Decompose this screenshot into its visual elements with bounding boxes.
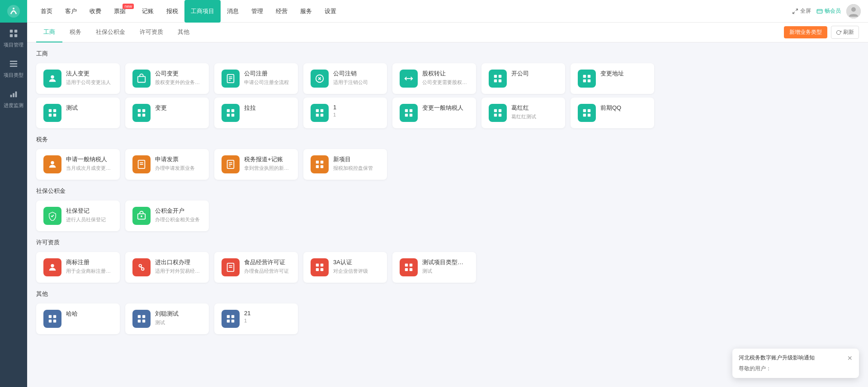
biz-card-x1[interactable]: 商标注册 用于企业商标注册服务 [36, 252, 120, 283]
biz-card-c8[interactable]: 测试 [36, 98, 120, 128]
nav-message[interactable]: 消息 [221, 0, 245, 23]
nav-management[interactable]: 管理 [245, 0, 269, 23]
biz-card-x3[interactable]: 食品经营许可证 办理食品经营许可证 [214, 252, 298, 283]
nav-bizproject[interactable]: 工商项目 [184, 0, 221, 23]
biz-card-o3[interactable]: 21 1 [214, 303, 298, 334]
section-title-shuiwu: 税务 [36, 135, 859, 144]
svg-point-78 [51, 264, 54, 267]
svg-rect-40 [138, 109, 141, 112]
biz-desc-x3: 办理食品经营许可证 [244, 268, 291, 275]
sidebar-item-project-type[interactable]: 项目类型 [0, 53, 27, 83]
svg-rect-10 [13, 93, 14, 97]
biz-card-c14[interactable]: 前期QQ [571, 98, 654, 128]
sidebar-logo[interactable] [0, 0, 27, 23]
biz-name-c5: 股权转让 [422, 70, 469, 78]
nav-settings[interactable]: 设置 [318, 0, 343, 23]
user-avatar[interactable] [846, 4, 861, 19]
tab-bar: 工商 税务 社保公积金 许可资质 其他 新增业务类型 刷新 [27, 23, 868, 42]
svg-rect-36 [49, 109, 52, 112]
biz-card-c5[interactable]: 股权转让 公司变更需要股权转让 [392, 63, 476, 94]
biz-icon-c9 [132, 104, 151, 122]
biz-card-o1[interactable]: 哈哈 [36, 303, 120, 334]
biz-card-c10[interactable]: 拉拉 [214, 98, 298, 128]
biz-card-t2[interactable]: 申请发票 办理申请发票业务 [125, 149, 209, 180]
nav-billing[interactable]: 收费 [83, 0, 108, 23]
biz-name-o3: 21 [244, 310, 291, 317]
biz-icon-c1 [43, 70, 61, 88]
biz-card-x2[interactable]: 进出口权办理 适用于对外贸易经营者 [125, 252, 209, 283]
biz-desc-c3: 申请公司注册全流程 [244, 79, 291, 86]
svg-rect-3 [14, 30, 17, 33]
biz-card-t4[interactable]: 新项目 报税加税控盘保管 [303, 149, 387, 180]
biz-name-x1: 商标注册 [66, 258, 113, 266]
biz-desc-c13: 葛红红测试 [511, 113, 558, 120]
biz-card-c6[interactable]: 开公司 [481, 63, 565, 94]
nav-service[interactable]: 服务 [294, 0, 318, 23]
nav-customer[interactable]: 客户 [59, 0, 83, 23]
tab-gongshang[interactable]: 工商 [36, 23, 62, 42]
svg-rect-96 [53, 320, 56, 322]
biz-name-o1: 哈哈 [66, 310, 113, 318]
sidebar-item-project-manage[interactable]: 项目管理 [0, 23, 27, 53]
svg-rect-63 [588, 114, 590, 117]
biz-card-x4[interactable]: 3A认证 对企业信誉评级 [303, 252, 387, 283]
svg-rect-35 [588, 79, 590, 82]
nav-bookkeeping[interactable]: 记账 [136, 0, 160, 23]
svg-rect-34 [583, 79, 586, 82]
refresh-button[interactable]: 刷新 [831, 26, 859, 39]
nav-tax[interactable]: 报税 [160, 0, 184, 23]
biz-card-t1[interactable]: 申请一般纳税人 当月或次月成变更完成 [36, 149, 120, 180]
biz-card-o2[interactable]: 刘聪测试 测试 [125, 303, 209, 334]
biz-card-c7[interactable]: 变更地址 [571, 63, 654, 94]
tab-qita[interactable]: 其他 [170, 23, 197, 42]
svg-rect-102 [231, 315, 234, 318]
biz-icon-x5 [400, 258, 418, 276]
nav-operation[interactable]: 经营 [269, 0, 294, 23]
biz-card-c3[interactable]: 公司注册 申请公司注册全流程 [214, 63, 298, 94]
biz-name-s2: 公积金开户 [155, 207, 202, 215]
biz-desc-o2: 测试 [155, 319, 202, 326]
biz-desc-s1: 进行人员社保登记 [66, 216, 113, 223]
biz-desc-x5: 测试 [422, 268, 469, 275]
fullscreen-button[interactable]: 全屏 [792, 7, 811, 15]
svg-rect-101 [227, 315, 230, 318]
tab-xuke[interactable]: 许可资质 [132, 23, 170, 42]
tab-shebao[interactable]: 社保公积金 [89, 23, 132, 42]
biz-card-c1[interactable]: 法人变更 适用于公司变更法人 [36, 63, 120, 94]
biz-name-c9: 变更 [155, 104, 202, 112]
svg-rect-88 [321, 268, 323, 271]
card-grid-xuke: 商标注册 用于企业商标注册服务 进出口权办理 适用于对外贸易经营者 [36, 252, 859, 283]
biz-icon-t4 [311, 155, 329, 173]
biz-card-c11[interactable]: 1 1 [303, 98, 387, 128]
biz-icon-c2 [132, 70, 151, 88]
notification-title: 河北税务数字账户升级影响通知 [739, 354, 815, 362]
card-grid-qita: 哈哈 刘聪测试 测试 [36, 303, 859, 334]
biz-icon-c4 [311, 70, 329, 88]
card-grid-shebao: 社保登记 进行人员社保登记 公积金开户 办理公积金相关业务 [36, 200, 859, 231]
biz-name-c4: 公司注销 [333, 70, 380, 78]
nav-invoice[interactable]: 票据 new [108, 0, 136, 23]
biz-card-x5[interactable]: 测试项目类型目定义 测试 [392, 252, 476, 283]
biz-card-s1[interactable]: 社保登记 进行人员社保登记 [36, 200, 120, 231]
sidebar-item-progress[interactable]: 进度监测 [0, 83, 27, 113]
biz-card-s2[interactable]: 公积金开户 办理公积金相关业务 [125, 200, 209, 231]
biz-card-c4[interactable]: 公司注销 适用于注销公司 [303, 63, 387, 94]
tab-shuiwu[interactable]: 税务 [62, 23, 89, 42]
biz-icon-c10 [222, 104, 240, 122]
svg-point-80 [142, 268, 144, 270]
biz-card-c13[interactable]: 葛红红 葛红红测试 [481, 98, 565, 128]
svg-rect-91 [405, 268, 408, 271]
nav-home[interactable]: 首页 [34, 0, 59, 23]
notification-close[interactable]: ✕ [847, 354, 853, 362]
biz-card-t3[interactable]: 税务报道+记账 拿到营业执照的新公司 [214, 149, 298, 180]
svg-rect-56 [494, 109, 497, 112]
biz-card-c2[interactable]: 公司变更 股权变更外的业务变更 [125, 63, 209, 94]
new-biztype-button[interactable]: 新增业务类型 [784, 26, 827, 38]
biz-icon-c3 [222, 70, 240, 88]
biz-card-c9[interactable]: 变更 [125, 98, 209, 128]
biz-name-c10: 拉拉 [244, 104, 291, 112]
biz-card-c12[interactable]: 变更一般纳税人 [392, 98, 476, 128]
svg-rect-54 [405, 114, 408, 117]
svg-rect-75 [321, 165, 323, 168]
member-button[interactable]: 畅会员 [816, 7, 841, 15]
